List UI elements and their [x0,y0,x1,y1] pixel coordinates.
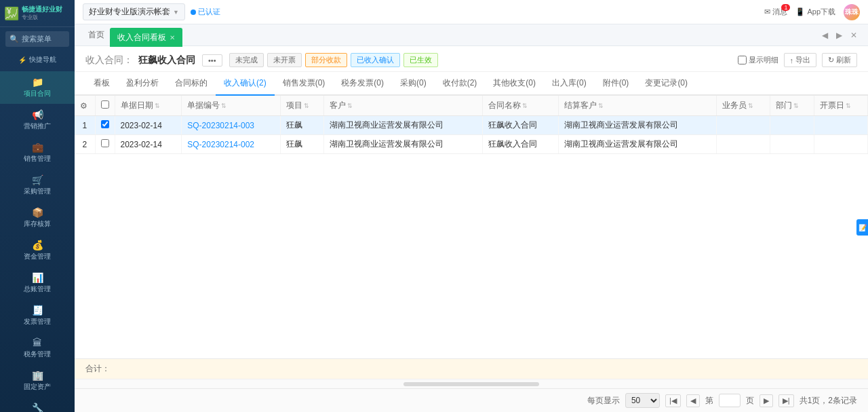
sidebar-nav: 📁项目合同📢营销推广💼销售管理🛒采购管理📦库存核算💰资金管理📊总账管理🧾发票管理… [0,71,75,412]
row-number-link[interactable]: SQ-20230214-003 [187,121,254,130]
user-area[interactable]: 珠珠 [844,4,860,20]
next-page-button[interactable]: ▶ [760,394,773,407]
sidebar-item-总账管理[interactable]: 📊总账管理 [0,267,75,299]
sidebar-item-固定资产[interactable]: 🏢固定资产 [0,364,75,397]
scroll-thumb[interactable] [403,382,539,386]
sidebar-item-采购管理[interactable]: 🛒采购管理 [0,169,75,202]
page-size-select[interactable]: 50 100 200 [625,393,660,408]
row-checkbox[interactable] [101,120,109,128]
sidebar-item-工资[interactable]: 🔧工资 [0,397,75,412]
last-page-button[interactable]: ▶| [778,394,794,407]
show-detail-toggle[interactable]: 显示明细 [738,55,778,65]
topbar-left: 好业财专业版演示帐套 ▼ 已认证 [83,3,220,20]
sub-tab-9[interactable]: 出入库(0) [544,72,595,96]
sort-result-icon: ⇅ [598,102,604,109]
th-project: 项目⇅ [281,96,324,116]
sidebar-item-资金管理[interactable]: 💰资金管理 [0,234,75,267]
message-icon: ✉ [764,7,770,16]
sub-tab-7[interactable]: 收付款(2) [435,72,486,96]
sub-tab-8[interactable]: 其他收支(0) [485,72,544,96]
tab-prev-button[interactable]: ◀ [819,29,831,41]
sub-tab-10[interactable]: 附件(0) [595,72,637,96]
th-department: 部门⇅ [770,96,814,116]
row-number-link[interactable]: SQ-20230214-002 [187,140,254,149]
search-menu-button[interactable]: 🔍 搜索菜单 [5,31,69,47]
contract-board-tab[interactable]: 收入合同看板 ✕ [110,28,182,47]
tab-next-button[interactable]: ▶ [833,29,845,41]
more-actions-button[interactable]: ••• [202,54,222,67]
sidebar-item-发票管理[interactable]: 🧾发票管理 [0,299,75,332]
row-checkbox[interactable] [101,139,109,147]
th-salesperson: 业务员⇅ [716,96,770,116]
quick-nav-button[interactable]: ⚡ 快捷导航 [0,51,75,69]
sidebar: 💹 畅捷通好业财 专业版 🔍 搜索菜单 ⚡ 快捷导航 📁项目合同📢营销推广💼销售… [0,0,75,412]
sub-tab-0[interactable]: 看板 [85,72,118,96]
contract-title: 收入合同： 狂飙收入合同 [85,54,195,67]
data-table: ⚙ 单据日期⇅ 单据编号⇅ 项目⇅ 客户⇅ 合同名称⇅ 结算客户⇅ 业务员⇅ 部… [75,96,868,154]
th-number: 单据编号⇅ [182,96,281,116]
pagination: 每页显示 50 100 200 |◀ ◀ 第 1 页 ▶ ▶| 共1页，2条记录 [75,388,868,412]
content-area: 收入合同： 狂飙收入合同 ••• 未完成 未开票 部分收款 已收入确认 已生效 … [75,46,868,412]
message-button[interactable]: ✉ 消息 1 [764,7,787,17]
row-customer: 湖南卫视商业运营发展有限公司 [324,135,482,154]
prev-page-button[interactable]: ◀ [686,394,700,407]
sort-number-icon: ⇅ [221,102,226,109]
sub-tab-3[interactable]: 收入确认(2) [216,72,275,96]
settings-icon[interactable]: ⚙ [80,101,87,111]
close-tab-icon[interactable]: ✕ [170,34,175,41]
sidebar-item-库存核算[interactable]: 📦库存核算 [0,202,75,234]
nav-icon-2: 💼 [32,142,43,153]
row-number: SQ-20230214-003 [182,116,281,135]
row-date: 2023-02-14 [115,116,182,135]
status-confirmed[interactable]: 已收入确认 [351,53,400,67]
sidebar-item-项目合同[interactable]: 📁项目合同 [0,71,75,104]
sidebar-item-税务管理[interactable]: 🏛税务管理 [0,332,75,364]
refresh-icon: ↻ [828,56,834,64]
sidebar-item-营销推广[interactable]: 📢营销推广 [0,104,75,136]
page-number-input[interactable]: 1 [719,394,741,407]
status-uninvoiced[interactable]: 未开票 [267,53,302,67]
company-selector[interactable]: 好业财专业版演示帐套 ▼ [83,3,185,20]
sub-tab-5[interactable]: 税务发票(0) [333,72,392,96]
app-logo: 💹 畅捷通好业财 专业版 [0,0,75,27]
first-page-button[interactable]: |◀ [665,394,681,407]
sub-tab-4[interactable]: 销售发票(0) [275,72,334,96]
row-date: 2023-02-14 [115,135,182,154]
verified-dot-icon [191,10,196,15]
th-result-customer: 结算客户⇅ [558,96,716,116]
select-all-checkbox[interactable] [101,100,109,109]
sub-tab-1[interactable]: 盈利分析 [118,72,167,96]
tab-close-button[interactable]: ✕ [848,29,860,41]
app-name: 畅捷通好业财 [22,5,62,14]
status-partial[interactable]: 部分收款 [305,53,347,67]
row-result-customer: 湖南卫视商业运营发展有限公司 [558,116,716,135]
th-date: 单据日期⇅ [115,96,182,116]
sub-tab-2[interactable]: 合同标的 [167,72,216,96]
table-header-row: ⚙ 单据日期⇅ 单据编号⇅ 项目⇅ 客户⇅ 合同名称⇅ 结算客户⇅ 业务员⇅ 部… [75,96,868,116]
scroll-area [75,379,868,388]
status-incomplete[interactable]: 未完成 [229,53,264,67]
app-download-button[interactable]: 📱 App下载 [795,7,835,17]
th-customer: 客户⇅ [324,96,482,116]
chevron-down-icon: ▼ [173,9,179,16]
sort-customer-icon: ⇅ [347,102,353,109]
user-avatar: 珠珠 [844,4,860,20]
status-effective[interactable]: 已生效 [403,53,438,67]
show-detail-checkbox[interactable] [738,56,747,64]
row-contract-name: 狂飙收入合同 [482,116,558,135]
sub-tab-11[interactable]: 变更记录(0) [637,72,696,96]
right-note-button[interactable]: 📝 [856,219,868,236]
sub-tab-6[interactable]: 采购(0) [392,72,435,96]
th-invoice-date: 开票日⇅ [814,96,867,116]
tabbar-nav: ◀ ▶ ✕ [819,29,860,41]
sub-tabs: 看板盈利分析合同标的收入确认(2)销售发票(0)税务发票(0)采购(0)收付款(… [75,72,868,96]
nav-icon-1: 📢 [32,109,43,120]
home-tab[interactable]: 首页 [83,24,110,46]
sort-invoice-icon: ⇅ [846,102,851,109]
row-invoice-date [814,135,867,154]
company-name: 好业财专业版演示帐套 [89,6,170,18]
export-button[interactable]: ↑ 导出 [784,53,817,67]
sidebar-item-销售管理[interactable]: 💼销售管理 [0,136,75,169]
mobile-icon: 📱 [795,7,805,16]
refresh-button[interactable]: ↻ 刷新 [822,53,857,67]
